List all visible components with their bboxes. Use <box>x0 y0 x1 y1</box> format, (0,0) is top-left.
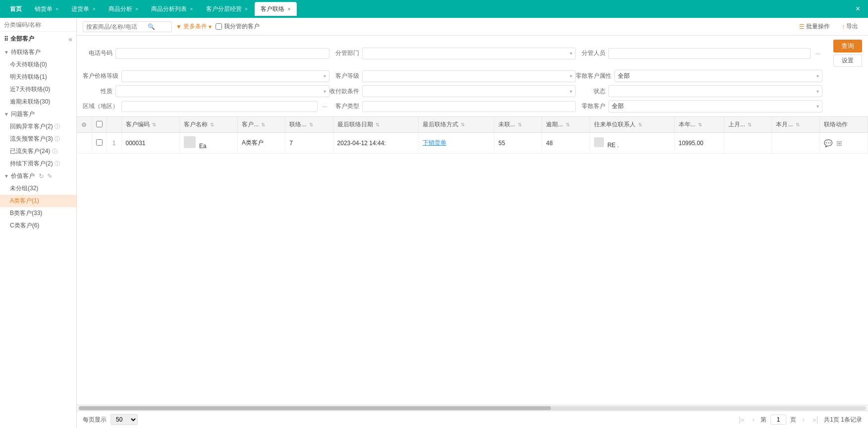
search-input[interactable] <box>86 23 146 30</box>
close-tab-product-analysis[interactable]: × <box>135 6 138 12</box>
sidebar-item-tomorrow[interactable]: 明天待联络(1) <box>0 71 76 83</box>
close-tab-customer-contact[interactable]: × <box>287 6 290 12</box>
th-this-year[interactable]: 本年... ⇅ <box>674 117 724 133</box>
th-num <box>107 117 121 133</box>
th-name[interactable]: 客户名称 ⇅ <box>179 117 237 133</box>
row-checkbox-0[interactable] <box>96 139 103 146</box>
scrollbar-track[interactable] <box>79 406 866 410</box>
batch-op-btn[interactable]: ☰ 批量操作 <box>795 21 834 32</box>
td-this-year: 10995.00 <box>674 133 724 154</box>
close-tab-customer-segment[interactable]: × <box>245 6 248 12</box>
qrcode-icon[interactable]: ⊞ <box>836 139 842 147</box>
th-gear[interactable]: ⚙ <box>77 117 92 133</box>
th-code[interactable]: 客户编码 ⇅ <box>121 117 179 133</box>
th-overdue[interactable]: 逾期... ⇅ <box>542 117 590 133</box>
sidebar-item-b-class[interactable]: B类客户(33) <box>0 207 76 219</box>
select-payment[interactable]: ▾ <box>362 85 576 97</box>
select-all-checkbox[interactable] <box>96 121 103 127</box>
input-manager[interactable] <box>608 48 811 59</box>
action-buttons: 查询 设置 <box>822 40 862 67</box>
select-retail-customer[interactable]: 全部 ▾ <box>608 100 822 112</box>
td-actions: 💬 ⊞ <box>819 133 868 154</box>
th-contact-count[interactable]: 联络... ⇅ <box>285 117 333 133</box>
sidebar-item-churn-warning[interactable]: 流失预警客户(3) ⓘ <box>0 133 76 145</box>
refresh-icon[interactable]: ↻ <box>39 172 44 180</box>
tab-customer-contact[interactable]: 客户联络 × <box>255 2 296 16</box>
filter-row-2: 客户价格等级 ▾ 客户等级 ▾ 零散客户属性 全部 <box>83 70 862 82</box>
tab-product-analysis[interactable]: 商品分析 × <box>103 2 144 16</box>
close-tab-purchase[interactable]: × <box>92 6 95 12</box>
tab-purchase[interactable]: 进货单 × <box>65 2 101 16</box>
th-this-month[interactable]: 本月... ⇅ <box>772 117 819 133</box>
chat-icon[interactable]: 💬 <box>824 139 832 147</box>
last-page-btn[interactable]: »| <box>811 416 820 424</box>
prev-page-btn[interactable]: ‹ <box>751 416 757 424</box>
sidebar-item-today[interactable]: 今天待联络(0) <box>0 58 76 71</box>
select-customer-level[interactable]: ▾ <box>362 70 576 82</box>
sidebar-item-unclassified[interactable]: 未分组(32) <box>0 182 76 195</box>
th-last-contact-method[interactable]: 最后联络方式 ⇅ <box>418 117 494 133</box>
section-problem-customers[interactable]: ▼ 问题客户 <box>0 108 76 120</box>
input-region[interactable] <box>121 101 318 112</box>
tab-home[interactable]: 首页 <box>4 2 28 16</box>
scrollbar-thumb[interactable] <box>79 406 551 410</box>
tab-sales[interactable]: 销货单 × <box>29 2 64 16</box>
sidebar-item-7days[interactable]: 近7天待联络(0) <box>0 83 76 96</box>
manager-dots[interactable]: ··· <box>814 50 822 57</box>
close-tab-product-analysis-list[interactable]: × <box>190 6 193 12</box>
retail-customer-caret: ▾ <box>816 104 819 109</box>
sidebar-item-a-class[interactable]: A类客户(1) <box>0 195 76 207</box>
region-dots[interactable]: ··· <box>321 103 329 110</box>
price-level-caret: ▾ <box>324 73 326 79</box>
select-status[interactable]: ▾ <box>608 85 822 97</box>
section-value-customers[interactable]: ▼ 价值客户 ↻ ✎ <box>0 170 76 182</box>
tab-customer-segment[interactable]: 客户分层经营 × <box>200 2 254 16</box>
query-btn[interactable]: 查询 <box>833 40 862 53</box>
close-all-btn[interactable]: × <box>852 4 864 13</box>
select-retail-attr[interactable]: 全部 ▾ <box>614 70 822 82</box>
th-contact-person[interactable]: 往来单位联系人 ⇅ <box>590 117 674 133</box>
th-customer-type[interactable]: 客户... ⇅ <box>237 117 285 133</box>
section-pending-tri: ▼ <box>4 50 9 55</box>
th-uncontacted[interactable]: 未联... ⇅ <box>494 117 542 133</box>
select-nature[interactable]: ▾ <box>115 85 329 97</box>
export-icon: ↑ <box>842 23 845 30</box>
table-row: 1 000031 Ea A类客户 7 2023-04-12 14:44: 下销货… <box>77 133 868 154</box>
all-customers-header[interactable]: ⠿ 全部客户 « <box>0 32 76 46</box>
td-overdue: 48 <box>542 133 590 154</box>
page-size-select[interactable]: 50 100 200 <box>110 414 138 425</box>
sidebar-item-repurchase-abnormal[interactable]: 回购异常客户(2) ⓘ <box>0 120 76 133</box>
sort-icon-code: ⇅ <box>152 122 156 127</box>
export-btn[interactable]: ↑ 导出 <box>838 21 862 32</box>
first-page-btn[interactable]: |« <box>737 416 746 424</box>
section-pending-contact[interactable]: ▼ 待联络客户 <box>0 46 76 58</box>
input-customer-type[interactable] <box>362 101 576 112</box>
sidebar-item-overdue[interactable]: 逾期未联络(30) <box>0 96 76 108</box>
grid-icon: ⠿ <box>4 36 8 43</box>
settings-btn[interactable]: 设置 <box>833 54 862 67</box>
more-filter-btn[interactable]: ▼ 更多条件 ▾ <box>176 22 212 31</box>
sidebar: 🔍 ⠿ 全部客户 « ▼ 待联络客户 今天待联络(0) 明天待联络(1) 近7天… <box>0 18 77 428</box>
tab-product-analysis-list[interactable]: 商品分析列表 × <box>145 2 199 16</box>
select-price-level[interactable]: ▾ <box>121 70 329 82</box>
edit-icon[interactable]: ✎ <box>47 172 53 180</box>
sidebar-item-c-class[interactable]: C类客户(6) <box>0 219 76 232</box>
last-contact-method-link[interactable]: 下销货单 <box>423 139 446 146</box>
th-last-month[interactable]: 上月... ⇅ <box>724 117 772 133</box>
select-dept[interactable]: ▾ <box>362 48 576 59</box>
filter-icon: ▼ <box>176 23 182 30</box>
sidebar-item-declining[interactable]: 持续下滑客户(2) ⓘ <box>0 158 76 170</box>
my-customer-checkbox[interactable] <box>216 23 222 30</box>
avatar <box>184 136 196 148</box>
page-input[interactable] <box>770 415 786 425</box>
th-last-contact-date[interactable]: 最后联络日期 ⇅ <box>333 117 418 133</box>
footer: 每页显示 50 100 200 |« ‹ 第 页 › »| 共1页 1条记录 <box>77 411 868 428</box>
sidebar-item-churned[interactable]: 已流失客户(24) ⓘ <box>0 145 76 158</box>
search-input-wrap: 🔍 <box>83 21 172 32</box>
next-page-btn[interactable]: › <box>800 416 807 424</box>
search-icon[interactable]: 🔍 <box>148 23 155 30</box>
input-phone[interactable] <box>115 48 329 59</box>
sidebar-collapse-btn[interactable]: « <box>68 35 72 43</box>
close-tab-sales[interactable]: × <box>55 6 58 12</box>
sidebar-search-input[interactable] <box>4 21 77 28</box>
